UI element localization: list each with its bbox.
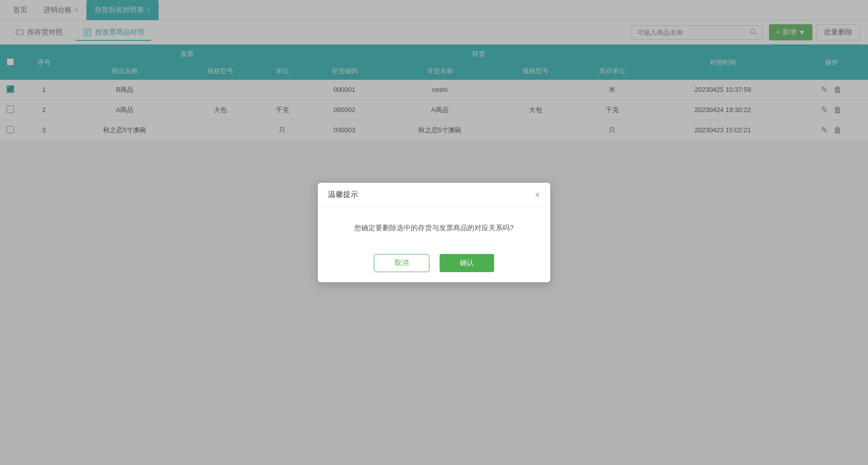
- modal-overlay: 温馨提示 × 您确定要删除选中的存货与发票商品的对应关系吗? 取消 确认: [0, 0, 868, 140]
